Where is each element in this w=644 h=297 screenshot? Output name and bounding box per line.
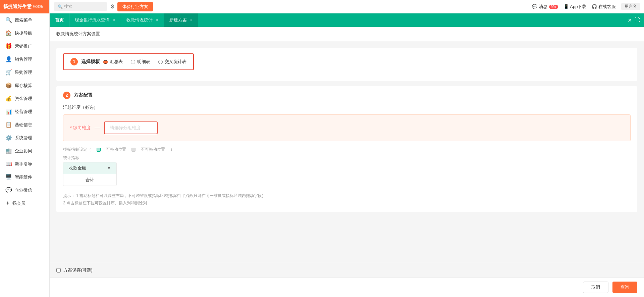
sidebar-label-finance: 资金管理: [15, 96, 32, 102]
sidebar-label-guide: 新手引导: [15, 161, 32, 167]
sidebar-item-hardware[interactable]: 🖥️ 智能硬件: [0, 170, 49, 184]
logo-text: 畅捷通好生意: [3, 4, 32, 10]
tabs-right-controls: ✕ ⛶: [628, 17, 644, 23]
sidebar-item-management[interactable]: 📊 经营管理: [0, 105, 49, 118]
tip-2: 2.点击标题栏下拉可设置排序、插入列和删除列: [63, 200, 631, 207]
sidebar-item-base-info[interactable]: 📋 基础信息: [0, 118, 49, 131]
tab-bar: 首页 现金银行流水查询 × 收款情况统计 × 新建方案 × ✕ ⛶: [50, 13, 644, 27]
sidebar-item-finance[interactable]: 💰 资金管理: [0, 92, 49, 105]
radio-detail-label: 明细表: [137, 59, 150, 65]
tab-expand-icon[interactable]: ⛶: [635, 17, 640, 23]
header-search-box[interactable]: 🔍 搜索: [54, 2, 107, 11]
sidebar-item-enterprise[interactable]: 🏢 企业协同: [0, 144, 49, 157]
sidebar-item-member[interactable]: ✦ 畅会员: [0, 197, 49, 210]
undraggable-label: 不可拖动位置: [141, 147, 165, 152]
radio-summary[interactable]: 汇总表: [103, 59, 123, 65]
wechat-icon: 💬: [5, 187, 12, 193]
sidebar-label-management: 经营管理: [15, 109, 32, 115]
tab-new-plan-close[interactable]: ×: [190, 18, 193, 22]
tab-home[interactable]: 首页: [50, 13, 69, 27]
query-button[interactable]: 查询: [612, 282, 637, 293]
template-radio-group: 汇总表 明细表 交叉统计表: [103, 59, 186, 65]
radio-detail-input[interactable]: [131, 60, 135, 64]
sidebar-label-purchase: 采购管理: [15, 69, 32, 76]
sidebar: 畅捷通好生意 标准版 🔍 搜索菜单 🏠 快捷导航 🎁 营销推广 👤 销售管理 🛒…: [0, 0, 50, 297]
tab-collection-stats-label: 收款情况统计: [126, 17, 153, 23]
dimension-area: * 纵向维度 — 请选择分组维度: [63, 114, 631, 141]
tab-collection-stats-close[interactable]: ×: [156, 18, 158, 22]
sidebar-item-purchase[interactable]: 🛒 采购管理: [0, 66, 49, 79]
bottom-bar: 取消 查询: [50, 277, 644, 297]
sales-icon: 👤: [5, 56, 12, 62]
tab-close-all-icon[interactable]: ✕: [628, 17, 632, 23]
message-icon: 💬: [532, 4, 537, 9]
logo-sub: 标准版: [33, 4, 43, 9]
indicator-table: 收款金额 ▼ 合计: [63, 162, 117, 186]
step2-title: 方案配置: [74, 92, 93, 98]
step1-title: 选择模板: [81, 59, 100, 65]
tab-bank-flow[interactable]: 现金银行流水查询 ×: [69, 13, 121, 27]
indicator-header-row[interactable]: 收款金额 ▼: [63, 162, 116, 174]
user-text: 用户名: [625, 4, 637, 9]
finance-icon: 💰: [5, 95, 12, 102]
radio-cross-input[interactable]: [158, 60, 163, 64]
base-info-icon: 📋: [5, 121, 12, 128]
dimension-title: 汇总维度（必选）: [63, 104, 631, 110]
message-item[interactable]: 💬 消息 99+: [532, 4, 558, 10]
sidebar-logo: 畅捷通好生意 标准版: [0, 0, 49, 13]
settings-icon[interactable]: ⚙: [110, 3, 115, 10]
indicator-section: 模板指标设定（ 可拖动位置 不可拖动位置 ） 统计指标 收款金额: [63, 147, 631, 187]
tab-collection-stats[interactable]: 收款情况统计 ×: [121, 13, 164, 27]
sidebar-item-system[interactable]: ⚙️ 系统管理: [0, 131, 49, 144]
dimension-selector[interactable]: 请选择分组维度: [104, 121, 158, 134]
service-icon: 🎧: [592, 4, 597, 9]
search-menu-icon: 🔍: [5, 17, 12, 23]
sidebar-label-search-menu: 搜索菜单: [15, 17, 32, 23]
content-area: 收款情况统计方案设置 1 选择模板 汇总表: [50, 27, 644, 277]
download-item[interactable]: 📱 App下载: [564, 4, 586, 10]
sidebar-item-guide[interactable]: 📖 新手引导: [0, 157, 49, 170]
cancel-button[interactable]: 取消: [583, 282, 608, 293]
sidebar-item-marketing[interactable]: 🎁 营销推广: [0, 40, 49, 53]
guide-icon: 📖: [5, 161, 12, 167]
radio-cross-label: 交叉统计表: [165, 59, 186, 65]
sidebar-item-sales[interactable]: 👤 销售管理: [0, 53, 49, 66]
service-item[interactable]: 🎧 在线客服: [592, 4, 616, 10]
header-right: 💬 消息 99+ 📱 App下载 🎧 在线客服 用户名: [532, 3, 640, 10]
sidebar-item-inventory[interactable]: 📦 库存核算: [0, 79, 49, 92]
main-area: 🔍 搜索 ⚙ 体验行业方案 💬 消息 99+ 📱 App下载 🎧 在线客服 用户…: [50, 0, 644, 297]
member-icon: ✦: [5, 200, 10, 206]
save-plan-label[interactable]: 方案保存(可选): [63, 267, 93, 273]
sidebar-item-wechat[interactable]: 💬 企业微信: [0, 184, 49, 197]
indicator-dropdown-icon[interactable]: ▼: [107, 166, 111, 170]
draggable-dot: [97, 148, 101, 152]
vertical-dimension-label: * 纵向维度: [70, 125, 91, 131]
radio-detail[interactable]: 明细表: [131, 59, 150, 65]
sidebar-item-search-menu[interactable]: 🔍 搜索菜单: [0, 13, 49, 27]
step2-number: 2: [63, 92, 70, 99]
inventory-icon: 📦: [5, 82, 12, 89]
sidebar-item-quick-nav[interactable]: 🏠 快捷导航: [0, 27, 49, 40]
search-text: 搜索: [64, 4, 72, 9]
tips-section: 提示： 1.拖动标题栏可以调整布局，不可跨维度或指标区域拖动栏目字段(只能在同一…: [63, 192, 631, 207]
trial-button[interactable]: 体验行业方案: [117, 2, 153, 11]
radio-cross[interactable]: 交叉统计表: [158, 59, 186, 65]
tip-1: 提示： 1.拖动标题栏可以调整布局，不可跨维度或指标区域拖动栏目字段(只能在同一…: [63, 192, 631, 200]
radio-summary-input[interactable]: [103, 60, 108, 64]
tab-home-label: 首页: [55, 17, 64, 23]
marketing-icon: 🎁: [5, 43, 12, 49]
tab-bank-flow-close[interactable]: ×: [113, 18, 115, 22]
sidebar-label-marketing: 营销推广: [15, 43, 32, 49]
indicator-col-label: 统计指标: [63, 155, 117, 161]
tab-new-plan[interactable]: 新建方案 ×: [164, 13, 198, 27]
radio-summary-label: 汇总表: [110, 59, 123, 65]
user-display[interactable]: 用户名: [621, 3, 640, 10]
sidebar-label-quick-nav: 快捷导航: [15, 30, 32, 36]
download-label: App下载: [570, 4, 586, 9]
step2-section: 2 方案配置 汇总维度（必选） * 纵向维度 — 请选择分组维度: [56, 86, 637, 212]
indicator-legend: 模板指标设定（ 可拖动位置 不可拖动位置 ）: [63, 147, 631, 152]
indicator-col1-label: 收款金额: [69, 165, 86, 171]
sidebar-label-member: 畅会员: [12, 200, 25, 206]
sidebar-label-enterprise: 企业协同: [15, 148, 32, 154]
save-plan-checkbox[interactable]: [56, 268, 61, 273]
